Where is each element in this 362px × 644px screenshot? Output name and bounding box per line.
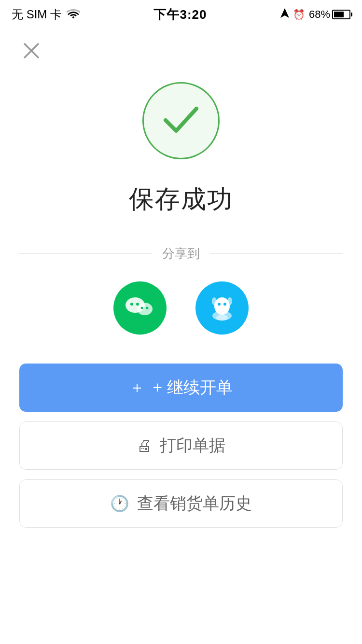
alarm-icon: ⏰ (293, 9, 305, 20)
svg-point-3 (137, 303, 153, 315)
svg-point-4 (130, 303, 133, 306)
print-label: 打印单据 (160, 434, 225, 457)
svg-point-13 (212, 297, 217, 305)
svg-point-5 (136, 303, 139, 306)
share-section: 分享到 (19, 245, 343, 335)
printer-icon: 🖨 (137, 437, 152, 455)
share-label: 分享到 (162, 245, 200, 262)
share-icons (113, 281, 249, 335)
success-circle (142, 82, 220, 159)
svg-point-10 (218, 303, 221, 306)
history-label: 查看销货单历史 (137, 492, 252, 515)
action-buttons: ＋ + 继续开单 🖨 打印单据 🕐 查看销货单历史 (19, 364, 343, 528)
status-bar-time: 下午3:20 (153, 6, 207, 23)
battery-indicator: 68% (309, 8, 350, 21)
wechat-share-button[interactable] (113, 281, 167, 335)
wifi-icon (67, 8, 80, 21)
qq-share-button[interactable] (195, 281, 249, 335)
status-bar-left: 无 SIM 卡 (12, 7, 80, 22)
svg-point-12 (216, 315, 228, 321)
history-button[interactable]: 🕐 查看销货单历史 (19, 479, 343, 528)
svg-point-11 (223, 303, 226, 306)
plus-icon: ＋ (129, 377, 145, 398)
print-button[interactable]: 🖨 打印单据 (19, 421, 343, 470)
svg-point-14 (227, 297, 232, 305)
status-bar-right: ⏰ 68% (280, 8, 350, 21)
main-content: 保存成功 分享到 (0, 29, 362, 644)
battery-icon (332, 10, 350, 19)
svg-point-6 (141, 307, 143, 309)
battery-percent: 68% (309, 8, 330, 21)
divider-right (209, 253, 343, 254)
divider-left (19, 253, 153, 254)
share-divider: 分享到 (19, 245, 343, 262)
close-button[interactable] (19, 39, 43, 63)
continue-order-button[interactable]: ＋ + 继续开单 (19, 364, 343, 412)
no-sim-text: 无 SIM 卡 (12, 7, 62, 22)
success-title: 保存成功 (129, 182, 233, 216)
svg-point-7 (146, 307, 149, 309)
continue-order-label: + 继续开单 (153, 377, 232, 399)
status-bar: 无 SIM 卡 下午3:20 ⏰ 68% (0, 0, 362, 29)
history-icon: 🕐 (110, 494, 129, 513)
checkmark-icon (162, 103, 200, 139)
location-icon (280, 8, 289, 21)
